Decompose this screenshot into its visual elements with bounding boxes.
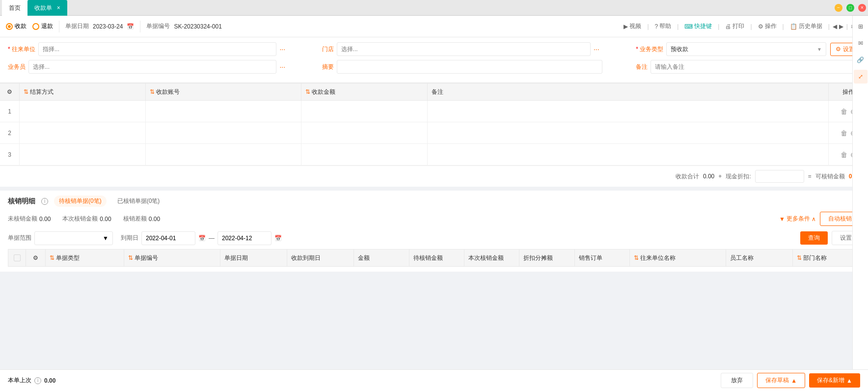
prev-info-icon[interactable]: i xyxy=(34,377,41,384)
save-new-arrow-icon: ▲ xyxy=(846,377,852,384)
discard-btn[interactable]: 放弃 xyxy=(721,373,753,388)
remark-label: 备注 xyxy=(636,63,648,71)
calendar-icon[interactable]: 📅 xyxy=(127,23,134,30)
nth-this-cancel: 本次核销金额 xyxy=(464,250,519,266)
th-settings[interactable]: ⚙ xyxy=(0,84,20,100)
td-amount-3[interactable] xyxy=(301,144,428,165)
sort-icon[interactable]: ⇅ xyxy=(128,254,133,261)
calendar-from-icon[interactable]: 📅 xyxy=(198,235,206,242)
th-amount: ⇅ 收款金额 xyxy=(301,84,428,100)
form-row-1: 往来单位 ··· 门店 ··· 业务类型 预收款 ▼ ⚙ 设置 xyxy=(8,42,860,56)
td-settlement-3[interactable] xyxy=(20,144,146,165)
calendar-to-icon[interactable]: 📅 xyxy=(274,235,282,242)
plus-sign: + xyxy=(718,173,722,180)
row-num-1: 1 xyxy=(0,101,20,122)
td-remark-2[interactable] xyxy=(428,122,829,143)
date-range-field: 到期日 📅 — 📅 xyxy=(121,231,282,245)
next-icon[interactable]: ▶ xyxy=(839,23,843,30)
sort-icon[interactable]: ⇅ xyxy=(150,88,155,95)
date-from-input[interactable] xyxy=(141,231,195,245)
chevron-up-icon: ∧ xyxy=(812,216,816,223)
nth-settings[interactable]: ⚙ xyxy=(26,250,46,266)
shortcut-btn[interactable]: ⌨ 快捷键 xyxy=(681,21,715,32)
biz-type-select[interactable]: 预收款 ▼ xyxy=(666,42,826,56)
tab-home[interactable]: 首页 xyxy=(2,0,27,16)
sort-icon[interactable]: ⇅ xyxy=(797,254,802,261)
prev-icon[interactable]: ◀ xyxy=(833,23,837,30)
tab-pending[interactable]: 待核销单据(0笔) xyxy=(54,196,107,207)
print-btn[interactable]: 🖨 打印 xyxy=(722,21,747,32)
maximize-button[interactable]: □ xyxy=(846,4,854,12)
td-remark-3[interactable] xyxy=(428,144,829,165)
sidebar-link-icon[interactable]: 🔗 xyxy=(854,53,868,67)
history-icon: 📋 xyxy=(790,23,797,30)
sort-icon[interactable]: ⇅ xyxy=(634,254,639,261)
date-dash: — xyxy=(209,235,215,242)
save-new-btn[interactable]: 保存&新增 ▲ xyxy=(809,373,860,388)
tab-done[interactable]: 已核销单据(0笔) xyxy=(112,196,165,207)
diff-value: 0.00 xyxy=(149,216,160,223)
td-account-2[interactable] xyxy=(146,122,301,143)
query-btn[interactable]: 查询 xyxy=(800,231,828,245)
help-btn[interactable]: ? 帮助 xyxy=(652,21,675,32)
sidebar-expand-icon[interactable]: ⤢ xyxy=(854,70,868,84)
select-all-checkbox[interactable] xyxy=(14,254,21,261)
radio-collect-dot xyxy=(6,23,13,30)
radio-group: 收款 退款 xyxy=(6,22,53,30)
nth-collect-date: 收款到期日 xyxy=(287,250,354,266)
filter-left: 单据范围 ▼ 到期日 📅 — 📅 xyxy=(8,231,282,245)
save-draft-btn[interactable]: 保存草稿 ▲ xyxy=(757,373,805,388)
history-btn[interactable]: 📋 历史单据 xyxy=(787,21,825,32)
uncanceled-label: 未核销金额 xyxy=(8,215,37,223)
biz-type-dropdown-icon: ▼ xyxy=(817,47,822,52)
sort-icon[interactable]: ⇅ xyxy=(50,254,54,261)
delete-icon-1[interactable]: 🗑 xyxy=(841,108,847,115)
row-num-2: 2 xyxy=(0,122,20,143)
td-settlement-2[interactable] xyxy=(20,122,146,143)
sort-icon[interactable]: ⇅ xyxy=(305,88,310,95)
partner-input[interactable] xyxy=(38,42,276,56)
keyboard-icon: ⌨ xyxy=(684,23,693,30)
store-input[interactable] xyxy=(337,42,591,56)
td-account-3[interactable] xyxy=(146,144,301,165)
equals-sign: = xyxy=(808,173,812,180)
table-row: 2 🗑 ⊕ xyxy=(0,122,868,144)
td-settlement-1[interactable] xyxy=(20,101,146,122)
close-button[interactable]: × xyxy=(858,4,866,12)
tab-receipt[interactable]: 收款单 × xyxy=(27,0,67,16)
uncanceled-value: 0.00 xyxy=(39,216,51,223)
td-account-1[interactable] xyxy=(146,101,301,122)
sidebar-mail-icon[interactable]: ✉ xyxy=(854,36,868,50)
staff-input[interactable] xyxy=(28,60,276,74)
delete-icon-3[interactable]: 🗑 xyxy=(841,151,847,159)
stat-this-cancel: 本次核销金额 0.00 xyxy=(62,215,111,223)
can-cancel-label: 可核销金额 xyxy=(815,172,845,181)
store-label: 门店 xyxy=(322,45,334,54)
staff-more-btn[interactable]: ··· xyxy=(276,63,288,71)
summary-input[interactable] xyxy=(337,60,602,74)
store-more-btn[interactable]: ··· xyxy=(591,45,602,53)
radio-refund[interactable]: 退款 xyxy=(32,22,53,30)
minimize-button[interactable]: − xyxy=(835,4,842,12)
radio-collect[interactable]: 收款 xyxy=(6,22,27,30)
operation-btn[interactable]: ⚙ 操作 xyxy=(755,21,780,32)
doc-range-select[interactable]: ▼ xyxy=(34,231,113,245)
discount-input[interactable] xyxy=(755,170,804,183)
tab-close-icon[interactable]: × xyxy=(57,4,60,11)
sidebar-table-icon[interactable]: ⊞ xyxy=(854,20,868,33)
dropdown-icon: ▼ xyxy=(103,235,108,242)
info-icon[interactable]: i xyxy=(41,198,48,205)
delete-icon-2[interactable]: 🗑 xyxy=(841,129,847,137)
td-amount-2[interactable] xyxy=(301,122,428,143)
sort-icon[interactable]: ⇅ xyxy=(24,88,28,95)
staff-field: 业务员 ··· xyxy=(8,60,288,74)
td-remark-1[interactable] xyxy=(428,101,829,122)
video-btn[interactable]: ▶ 视频 xyxy=(621,21,644,32)
nuclear-stats: 未核销金额 0.00 本次核销金额 0.00 核销差额 0.00 ▼ 更多条件 … xyxy=(8,212,860,226)
more-filter-btn[interactable]: ▼ 更多条件 ∧ xyxy=(779,215,816,223)
remark-input[interactable] xyxy=(651,60,860,74)
table-row: 3 🗑 ⊕ xyxy=(0,144,868,166)
td-amount-1[interactable] xyxy=(301,101,428,122)
partner-more-btn[interactable]: ··· xyxy=(276,45,288,53)
date-to-input[interactable] xyxy=(217,231,271,245)
